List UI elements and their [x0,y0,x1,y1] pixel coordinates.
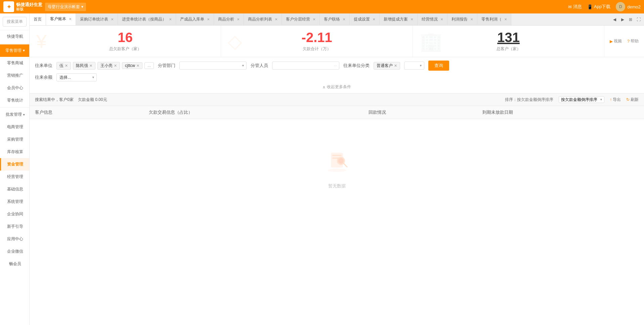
tab-home[interactable]: 首页 [30,13,46,26]
unit-class-select-wrap [404,62,424,70]
close-icon[interactable]: ✕ [470,17,473,21]
stat-bg-icon-2: ◇ [228,31,242,52]
top-bar-left: ✦ 畅捷通好生意 标版 母婴行业演示帐套 ▾ [3,1,86,12]
filter-row-2: 往来余额 选择... [35,73,639,81]
user-avatar[interactable]: D demo2 [616,2,641,11]
close-icon[interactable]: ✕ [411,17,413,21]
content-area: 首页 客户账本 ✕ 采购订单统计表 ✕ 进货单统计表（按商品） ✕ 产成品入库单… [30,13,644,325]
close-icon[interactable]: ✕ [275,17,277,21]
sidebar-item-sys-mgmt[interactable]: 系统管理 [0,195,29,208]
remove-tag-wu[interactable]: ✕ [65,64,68,68]
stat-bg-icon-3: 🏢 [420,30,443,52]
message-btn[interactable]: ✉ 消息 [568,4,582,10]
empty-text: 暂无数据 [328,183,346,189]
filter-tag-more[interactable]: ... [144,62,154,69]
dept-input[interactable] [179,62,247,70]
filter-tags-unit-class: 普通客户 ✕ [374,62,400,70]
close-icon[interactable]: ✕ [237,17,240,21]
sidebar-item-retail-mall[interactable]: 零售商城 [0,57,29,69]
sidebar-item-marketing[interactable]: 营销推广 [0,69,29,82]
col-customer-info: 客户信息 [30,106,143,119]
filter-area: 往来单位 伍 ✕ 陈民强 ✕ 王小亮 ✕ cjttcw [30,57,644,94]
tab-add-commission-plan[interactable]: 新增提成方案 ✕ [380,13,418,26]
tab-expand-btn[interactable]: ⊞ [627,16,634,23]
collapse-row: ∧ 收起更多条件 [35,84,639,90]
close-icon[interactable]: ✕ [504,17,507,21]
tab-customer-contact[interactable]: 客户联络 ✕ [320,13,350,26]
video-btn[interactable]: ▶ 视频 [610,38,622,44]
stat-value-total: 131 [497,31,520,44]
remove-tag-cjttcw[interactable]: ✕ [136,64,139,68]
sidebar-item-purchase[interactable]: 采购管理 [0,133,29,146]
avatar: D [616,2,625,11]
filter-tags-unit: 伍 ✕ 陈民强 ✕ 王小亮 ✕ cjttcw ✕ ... [56,62,154,70]
tab-operations-situation[interactable]: 经营情况 ✕ [418,13,447,26]
sidebar-item-app-center[interactable]: 应用中心 [0,233,29,245]
search-menu-button[interactable]: 搜索菜单 [3,17,27,27]
balance-select[interactable]: 选择... [56,73,97,81]
sidebar-item-vip-member[interactable]: 畅会员 [0,258,29,270]
close-icon[interactable]: ✕ [111,17,114,21]
sidebar-quick-nav[interactable]: 快捷导航 [0,30,29,43]
top-bar-right: ✉ 消息 📱 App下载 D demo2 [568,2,641,11]
dept-dots-icon: ··· [241,64,244,68]
query-button[interactable]: 查询 [428,61,449,71]
tab-product-inbound[interactable]: 产成品入库单 ✕ [176,13,214,26]
stat-value-amount: -2.11 [302,31,332,44]
sidebar-item-retail-stats[interactable]: 零售统计 [0,94,29,107]
tab-fullscreen-btn[interactable]: ⛶ [635,16,642,23]
app-download-btn[interactable]: 📱 App下载 [587,4,610,10]
stat-bg-icon-1: ¥ [36,31,47,52]
enterprise-select[interactable]: 母婴行业演示帐套 ▾ [45,3,86,11]
remove-tag-normal-customer[interactable]: ✕ [394,64,397,68]
sort-select[interactable]: 按欠款金额倒序排序 [559,96,604,103]
tab-purchase-order-stats[interactable]: 采购订单统计表 ✕ [76,13,118,26]
tab-product-analysis[interactable]: 商品分析 ✕ [214,13,244,26]
sidebar-item-retail-mgmt[interactable]: 零售管理 ▾ [0,44,29,57]
close-icon[interactable]: ✕ [69,17,72,21]
tab-retail-profit[interactable]: 零售利润（ ✕ [477,13,511,26]
sidebar-item-basic-info[interactable]: 基础信息 [0,183,29,195]
staff-input[interactable] [272,62,339,70]
tab-scroll-right-btn[interactable]: ▶ [619,16,626,23]
unit-class-select[interactable] [404,62,424,70]
col-debt-info: 欠款交易信息（占比） [143,106,363,119]
export-icon: ↑ [610,97,612,102]
sidebar-item-ecommerce[interactable]: 电商管理 [0,121,29,133]
close-icon[interactable]: ✕ [440,17,443,21]
sidebar-item-member-center[interactable]: 会员中心 [0,82,29,94]
result-bar: 搜索结果中，客户0家 欠款金额 0.00元 排序：按欠款金额倒序排序 按欠款金额… [30,94,644,106]
dept-select-wrap: ··· [179,62,247,70]
unit-filter-label: 往来单位 [35,63,52,69]
close-icon[interactable]: ✕ [373,17,375,21]
remove-tag-wangxiaoliang[interactable]: ✕ [114,64,117,68]
tab-product-analysis-list[interactable]: 商品分析列表 ✕ [244,13,282,26]
tab-scroll-left-btn[interactable]: ◀ [611,16,618,23]
tab-commission-settings[interactable]: 提成设置 ✕ [350,13,380,26]
sidebar-item-new-guide[interactable]: 新手引导 [0,220,29,233]
close-icon[interactable]: ✕ [343,17,345,21]
table-header-row: 客户信息 欠款交易信息（占比） 回款情况 到期未放款日期 [30,106,644,119]
sidebar-item-enterprise-coop[interactable]: 企业协同 [0,208,29,220]
collapse-btn[interactable]: ∧ 收起更多条件 [323,84,351,90]
remove-tag-chenminqiang[interactable]: ✕ [89,64,92,68]
close-icon[interactable]: ✕ [207,17,210,21]
result-summary: 搜索结果中，客户0家 欠款金额 0.00元 [35,97,107,103]
tab-customer-tier[interactable]: 客户分层经营 ✕ [282,13,320,26]
sidebar-item-inventory[interactable]: 库存核算 [0,146,29,158]
tab-purchase-stats-by-product[interactable]: 进货单统计表（按商品） ✕ [118,13,176,26]
help-btn[interactable]: ? 帮助 [627,38,639,44]
tab-profit-report[interactable]: 利润报告 ✕ [447,13,477,26]
close-icon[interactable]: ✕ [313,17,315,21]
filter-tag-normal-customer: 普通客户 ✕ [374,62,400,70]
export-btn[interactable]: ↑ 导出 [610,97,621,103]
tab-customer-ledger[interactable]: 客户账本 ✕ [46,13,76,26]
close-icon[interactable]: ✕ [169,17,172,21]
sidebar: 搜索菜单 快捷导航 零售管理 ▾ 零售商城 营销推广 会员中心 零售统计 批发管… [0,13,30,325]
sidebar-item-enterprise-wechat[interactable]: 企业微信 [0,245,29,258]
sidebar-item-finance[interactable]: 资金管理 [0,158,29,171]
sidebar-item-wholesale[interactable]: 批发管理 ▾ [0,108,29,121]
sidebar-item-operations[interactable]: 经营管理 [0,171,29,183]
refresh-btn[interactable]: ↻ 刷新 [626,97,639,103]
message-icon: ✉ [568,4,572,9]
